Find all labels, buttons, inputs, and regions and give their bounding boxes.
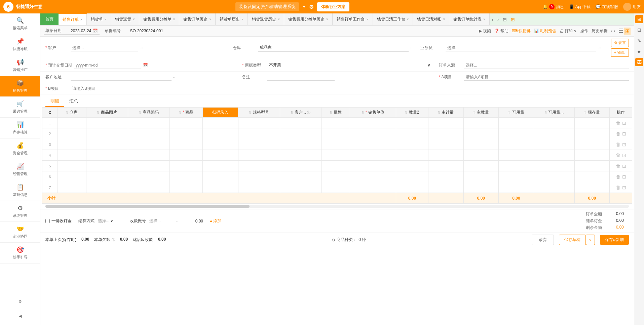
note-input[interactable] [267,74,335,81]
payment-method-select[interactable]: 选择... ∨ [96,217,123,225]
copy-icon[interactable]: ⊡ [622,185,626,190]
tab-close-icon[interactable]: × [133,17,135,21]
warehouse-more-btn[interactable]: ··· [410,45,414,50]
col-customer-code[interactable]: ⇅ 客户... ⓘ [280,108,321,118]
main-unit-cell[interactable] [428,118,463,128]
sidebar-item-inventory[interactable]: 📊 库存核算 [0,118,40,138]
col-stock[interactable]: ⇅ 现存量 [574,108,610,118]
tab-close-icon[interactable]: × [407,17,409,21]
add-payment-btn[interactable]: ● 添加 [210,218,221,224]
ops-btn[interactable]: 操作 [580,28,588,34]
sidebar-item-enterprise[interactable]: 🤝 企业协同 [0,222,40,243]
delete-icon[interactable]: 🗑 [616,120,620,126]
customer-more-btn[interactable]: ··· [140,45,143,50]
qty2-cell[interactable] [396,118,428,128]
help-btn[interactable]: ❓ 帮助 [494,28,508,34]
history-btn[interactable]: 历史单据 [592,28,608,34]
salesperson-input[interactable] [446,44,596,51]
horizontal-scrollbar[interactable] [40,204,634,209]
tab-close-icon[interactable]: × [241,17,243,21]
table-settings-icon[interactable]: ⚙ [48,110,52,115]
tab-return-history[interactable]: 销货退货历史 × [248,13,284,25]
save-draft-button[interactable]: 保存草稿 [559,235,586,245]
tab-sales-order[interactable]: 销售订单 × [59,13,87,25]
sidebar-item-system[interactable]: ⚙ 系统管理 [0,201,40,222]
scrollbar-track[interactable] [45,205,629,208]
avail-cell[interactable] [499,118,534,128]
calendar2-icon[interactable]: 📅 [143,63,148,68]
sidebar-item-finance[interactable]: 💰 资金管理 [0,138,40,159]
account-more-btn[interactable]: ··· [176,219,180,224]
delete-icon[interactable]: 🗑 [616,185,620,190]
user-item[interactable]: 用友 [623,3,641,11]
tab-close-icon[interactable]: × [80,18,82,22]
tab-close-icon[interactable]: × [278,17,280,21]
col-scan[interactable]: 扫码录入 [202,108,238,118]
sidebar-item-quicknav[interactable]: 📌 快捷导航 [0,34,40,55]
copy-icon[interactable]: ⊡ [622,174,626,179]
spec-cell[interactable] [238,118,280,128]
col-spec[interactable]: ⇅ 规格型号 [238,108,280,118]
sidebar-item-marketing[interactable]: 📢 营销推广 [0,55,40,76]
tab-sales-goods[interactable]: 销货单 × [87,13,111,25]
customer-code-cell[interactable] [280,118,321,128]
salesperson-more-btn[interactable]: ··· [598,45,601,50]
col-settings[interactable]: ⚙ [42,108,58,118]
tab-close-icon[interactable]: × [105,17,107,21]
delete-icon[interactable]: 🗑 [616,131,620,136]
tab-close-icon[interactable]: × [209,17,211,21]
tab-prev-btn[interactable]: ‹ [490,13,495,25]
sidebar-item-newguide[interactable]: 🎯 新手引导 [0,243,40,263]
right-icon-edit[interactable]: ✎ [635,37,643,45]
product-cell[interactable] [169,118,202,128]
sidebar-item-search[interactable]: 🔍 搜索菜单 [0,13,40,34]
col-qty2[interactable]: ⇅ 数量2 [396,108,428,118]
product-count-icon[interactable]: ⊙ [332,238,335,242]
discard-button[interactable]: 放弃 [532,235,554,245]
app-download-item[interactable]: 📱 App下载 [569,4,591,10]
avail2-cell[interactable] [534,118,574,128]
copy-icon[interactable]: ⊡ [622,163,626,169]
add-logistics-btn[interactable]: + 物流 [611,48,629,57]
copy-icon[interactable]: ⊡ [622,120,626,126]
customer-input[interactable] [71,44,138,51]
tab-daily-workbench[interactable]: 钱货日清工作台 × [373,13,413,25]
invoice-type-select[interactable]: 不开票 ∨ [267,61,432,69]
solution-button[interactable]: 体验行业方案 [317,2,349,11]
info-icon[interactable]: ⓘ [307,111,310,114]
profit-btn[interactable]: 📊 毛利预告 [534,28,556,34]
col-main-qty[interactable]: ⇅ 主数量 [463,108,499,118]
tab-goods-history[interactable]: 销货单历史 × [216,13,248,25]
info-icon2[interactable]: ⓘ [112,238,115,242]
delete-icon[interactable]: 🗑 [616,153,620,158]
tab-order-stats[interactable]: 销售订单统计表 × [449,13,490,25]
tab-sales-expenses[interactable]: 销售费用分摊单 × [139,13,180,25]
account-select[interactable]: 选择... [148,217,175,225]
col-avail[interactable]: ⇅ 可用量 [499,108,534,118]
tab-close-icon[interactable]: × [326,17,328,21]
col-main-unit[interactable]: ⇅ 主计量 [428,108,463,118]
right-icon-star[interactable]: ★ [635,47,643,55]
calendar-icon[interactable]: 📅 [93,29,98,33]
tab-daily-reconcile[interactable]: 钱货日清对账 × [413,13,449,25]
copy-icon[interactable]: ⊡ [622,153,626,158]
print-btn[interactable]: 🖨 打印 ∨ [560,28,577,34]
tab-close-icon[interactable]: × [367,17,369,21]
save-new-button[interactable]: 保存&新增 [600,235,629,245]
tab-sales-return[interactable]: 销货退货 × [111,13,139,25]
detail-tab-summary[interactable]: 汇总 [64,96,83,107]
copy-icon[interactable]: ⊡ [622,142,626,147]
online-service-item[interactable]: 💬 在线客服 [596,4,618,10]
customer-addr-input[interactable] [71,74,172,81]
col-avail2[interactable]: ⇅ 可用量... [534,108,574,118]
attr-cell[interactable] [321,118,350,128]
sidebar-settings-btn[interactable]: ⚙ [17,296,24,307]
col-product-img[interactable]: ⇅ 商品图片 [86,108,128,118]
tab-sales-order-history[interactable]: 销售订单历史 × [179,13,216,25]
prev-record-btn[interactable]: ‹ [611,29,612,33]
delete-icon[interactable]: 🗑 [616,142,620,147]
tab-close-icon[interactable]: × [443,17,445,21]
order-source-input[interactable] [464,62,629,69]
copy-icon[interactable]: ⊡ [622,131,626,136]
tab-menu-btn[interactable]: ⊟ [501,13,509,25]
